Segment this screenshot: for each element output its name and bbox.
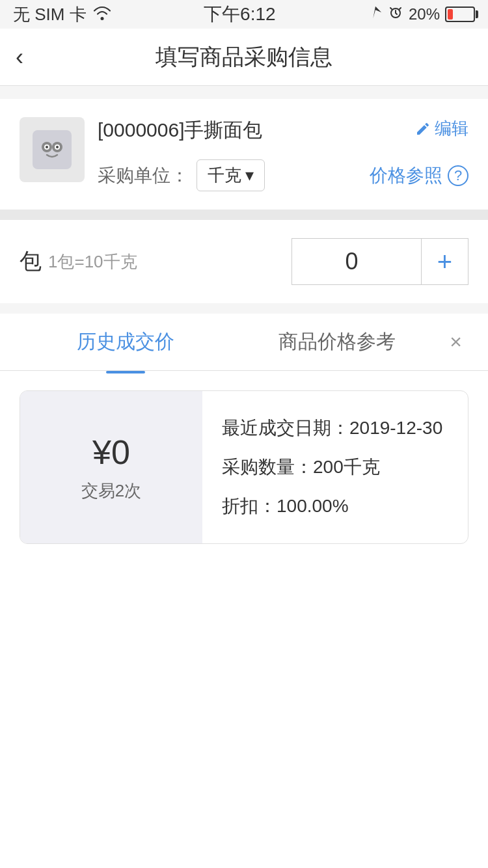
price-amount: ¥0	[92, 433, 130, 472]
recent-date-row: 最近成交日期：2019-12-30	[222, 414, 448, 442]
battery-icon	[445, 7, 475, 22]
nav-bar: ‹ 填写商品采购信息	[0, 29, 488, 86]
discount-label: 折扣：	[222, 496, 277, 516]
tab-content: ¥0 交易2次 最近成交日期：2019-12-30 采购数量：200千克 折扣：…	[0, 371, 488, 563]
recent-date-label: 最近成交日期：	[222, 418, 349, 438]
tab-close-button[interactable]: ×	[443, 323, 468, 360]
carrier-label: 无 SIM 卡	[13, 3, 87, 26]
status-bar: 无 SIM 卡 下午6:12 20%	[0, 0, 488, 29]
price-details: 最近成交日期：2019-12-30 采购数量：200千克 折扣：100.00%	[202, 391, 468, 543]
transaction-count: 交易2次	[81, 480, 141, 502]
price-card: ¥0 交易2次 最近成交日期：2019-12-30 采购数量：200千克 折扣：…	[20, 390, 468, 544]
status-right: 20%	[368, 5, 475, 24]
quantity-plus-button[interactable]: +	[422, 238, 468, 285]
dropdown-icon: ▾	[245, 165, 254, 185]
battery-percent: 20%	[409, 5, 440, 23]
unit-value: 千克	[208, 164, 241, 187]
purchase-qty-row: 采购数量：200千克	[222, 454, 448, 481]
tabs-section: 历史成交价 商品价格参考 × ¥0 交易2次 最近成交日期：2019-12-30…	[0, 314, 488, 563]
product-name: [0000006]手撕面包	[98, 117, 262, 144]
price-currency: ¥	[92, 433, 111, 471]
product-meta: 采购单位： 千克 ▾ 价格参照 ?	[98, 159, 468, 191]
bottom-area	[0, 563, 488, 868]
divider	[0, 210, 488, 220]
purchase-qty-value: 200千克	[313, 457, 380, 477]
back-button[interactable]: ‹	[16, 44, 23, 71]
price-value: 0	[111, 433, 130, 471]
price-ref-button[interactable]: 价格参照 ?	[370, 163, 468, 188]
quantity-label: 包 1包=10千克	[20, 247, 137, 277]
quantity-unit: 包	[20, 247, 42, 277]
edit-label: 编辑	[435, 117, 468, 140]
product-card: [0000006]手撕面包 编辑 采购单位： 千克 ▾ 价格参照 ?	[0, 99, 488, 210]
product-info: [0000006]手撕面包 编辑 采购单位： 千克 ▾ 价格参照 ?	[98, 117, 468, 191]
svg-point-6	[46, 146, 48, 148]
wifi-icon	[93, 5, 111, 25]
quantity-conversion: 1包=10千克	[48, 251, 137, 273]
purchase-qty-label: 采购数量：	[222, 457, 313, 477]
recent-date-value: 2019-12-30	[349, 418, 442, 438]
product-image	[20, 117, 85, 182]
product-header: [0000006]手撕面包 编辑	[98, 117, 468, 144]
svg-point-7	[56, 146, 59, 148]
unit-select[interactable]: 千克 ▾	[197, 159, 265, 191]
location-icon	[368, 5, 383, 23]
quantity-control: +	[291, 238, 468, 285]
alarm-icon	[388, 5, 403, 24]
price-ref-label: 价格参照	[370, 163, 442, 188]
quantity-row: 包 1包=10千克 +	[0, 220, 488, 303]
purchase-unit: 采购单位： 千克 ▾	[98, 159, 265, 191]
discount-row: 折扣：100.00%	[222, 493, 448, 520]
tabs-header: 历史成交价 商品价格参考 ×	[0, 314, 488, 371]
tab-product-price-ref[interactable]: 商品价格参考	[232, 310, 444, 373]
status-time: 下午6:12	[204, 2, 276, 27]
help-icon: ?	[448, 165, 468, 186]
discount-value: 100.00%	[277, 496, 349, 516]
edit-button[interactable]: 编辑	[415, 117, 468, 140]
svg-rect-1	[33, 130, 72, 169]
status-left: 无 SIM 卡	[13, 3, 111, 26]
price-summary: ¥0 交易2次	[20, 391, 202, 543]
purchase-unit-label: 采购单位：	[98, 163, 189, 188]
tab-history-price[interactable]: 历史成交价	[20, 310, 232, 373]
quantity-input[interactable]	[291, 238, 422, 285]
page-title: 填写商品采购信息	[156, 42, 332, 72]
